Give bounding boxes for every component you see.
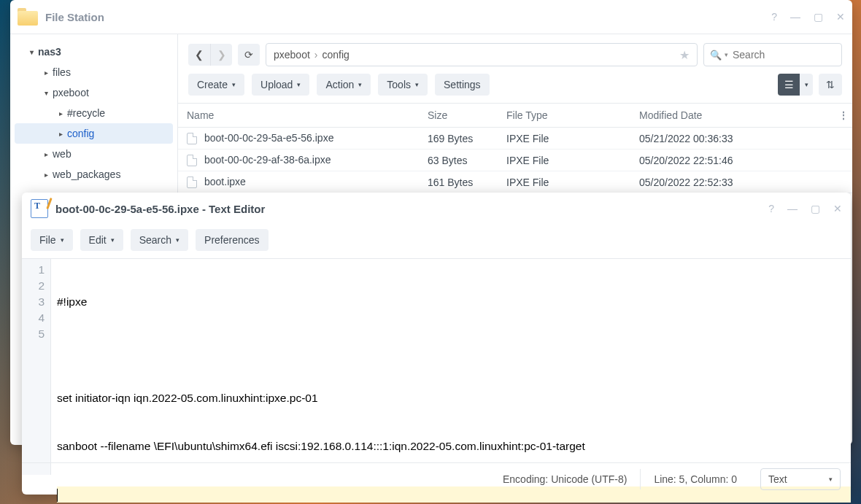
file-icon [187, 177, 197, 188]
status-bar: Encoding: Unicode (UTF-8) Line: 5, Colum… [22, 462, 851, 495]
col-modified[interactable]: Modified Date [630, 109, 835, 121]
chevron-down-icon: ▾ [111, 236, 115, 244]
file-menu[interactable]: File▾ [31, 229, 73, 251]
editor-area[interactable]: 12345 #!ipxe set initiator-iqn iqn.2022-… [22, 259, 851, 475]
close-icon[interactable]: ✕ [833, 203, 842, 214]
settings-button[interactable]: Settings [435, 74, 490, 96]
search-box[interactable]: 🔍▾ [703, 43, 842, 66]
code-line: #!ipxe [57, 294, 851, 310]
col-type[interactable]: File Type [498, 109, 630, 121]
help-icon[interactable]: ? [771, 11, 777, 23]
maximize-icon[interactable]: ▢ [814, 11, 823, 23]
upload-button[interactable]: Upload▾ [252, 74, 309, 96]
preferences-menu[interactable]: Preferences [196, 229, 268, 251]
chevron-down-icon: ▾ [42, 89, 50, 97]
button-label: Action [325, 79, 354, 90]
cell-size: 63 Bytes [419, 155, 498, 166]
sidebar-item-files[interactable]: ▸ files [10, 62, 177, 82]
breadcrumb[interactable]: pxeboot › config ★ [266, 43, 698, 66]
breadcrumb-segment[interactable]: config [323, 49, 350, 61]
cell-name: boot-00-0c-29-5a-e5-56.ipxe [204, 132, 333, 144]
file-station-titlebar[interactable]: File Station ? — ▢ ✕ [10, 0, 852, 34]
table-row[interactable]: boot.ipxe 161 Bytes IPXE File 05/20/2022… [178, 171, 852, 193]
cell-size: 169 Bytes [419, 133, 498, 144]
text-editor-titlebar[interactable]: T boot-00-0c-29-5a-e5-56.ipxe - Text Edi… [22, 193, 851, 225]
sort-icon: ⇅ [826, 79, 835, 90]
chevron-right-icon: ▸ [42, 171, 50, 179]
search-menu[interactable]: Search▾ [131, 229, 188, 251]
chevron-down-icon: ▾ [725, 51, 728, 58]
table-row[interactable]: boot-00-0c-29-5a-e5-56.ipxe 169 Bytes IP… [178, 128, 852, 150]
nav-back-button[interactable]: ❮ [188, 44, 210, 66]
refresh-button[interactable]: ⟳ [238, 44, 260, 66]
sidebar-item-web-packages[interactable]: ▸ web_packages [10, 164, 177, 185]
file-icon [187, 133, 197, 144]
chevron-down-icon: ▾ [232, 81, 236, 88]
cell-name: boot.ipxe [204, 176, 246, 187]
cell-name: boot-00-0c-29-af-38-6a.ipxe [204, 154, 331, 166]
cell-modified: 05/20/2022 22:52:33 [630, 177, 835, 188]
sort-button[interactable]: ⇅ [819, 74, 842, 96]
sidebar-root-label: nas3 [38, 46, 61, 58]
edit-menu[interactable]: Edit▾ [80, 229, 123, 251]
menu-label: Search [139, 234, 171, 246]
sidebar-item-pxeboot[interactable]: ▾ pxeboot [10, 82, 177, 103]
text-editor-icon: T [31, 199, 48, 218]
sidebar-item-label: web [53, 148, 72, 160]
breadcrumb-segment[interactable]: pxeboot [274, 49, 310, 61]
table-header: Name Size File Type Modified Date ⋮ [178, 103, 852, 128]
col-name[interactable]: Name [178, 109, 419, 121]
view-mode-button[interactable]: ☰▾ [778, 74, 813, 96]
chevron-right-icon: ▸ [42, 69, 50, 77]
list-icon: ☰ [778, 74, 800, 96]
file-table: Name Size File Type Modified Date ⋮ boot… [178, 103, 852, 193]
button-label: Create [197, 79, 228, 90]
minimize-icon[interactable]: — [790, 11, 800, 23]
language-label: Text [768, 473, 787, 485]
nav-forward-button[interactable]: ❯ [210, 44, 232, 66]
create-button[interactable]: Create▾ [188, 74, 244, 96]
sidebar-item-label: files [53, 66, 71, 78]
cell-modified: 05/21/2022 00:36:33 [630, 133, 835, 144]
code-content[interactable]: #!ipxe set initiator-iqn iqn.2022-05.com… [51, 259, 851, 475]
sidebar-item-label: #recycle [67, 107, 105, 119]
app-title: File Station [45, 11, 104, 23]
status-encoding: Encoding: Unicode (UTF-8) [490, 469, 640, 489]
code-line [57, 342, 851, 358]
menu-label: Preferences [204, 234, 259, 246]
col-size[interactable]: Size [419, 109, 498, 121]
tools-button[interactable]: Tools▾ [378, 74, 428, 96]
status-cursor: Line: 5, Column: 0 [640, 469, 750, 489]
help-icon[interactable]: ? [768, 203, 774, 214]
chevron-down-icon: ▾ [297, 81, 301, 88]
sidebar-root[interactable]: ▾ nas3 [10, 42, 177, 62]
chevron-down-icon: ▾ [176, 236, 179, 244]
cell-size: 161 Bytes [419, 177, 498, 188]
cell-modified: 05/20/2022 22:51:46 [630, 155, 835, 166]
table-row[interactable]: boot-00-0c-29-af-38-6a.ipxe 63 Bytes IPX… [178, 150, 852, 171]
sidebar-item-label: config [67, 128, 94, 139]
language-select[interactable]: Text ▾ [760, 468, 841, 490]
button-label: Settings [444, 79, 481, 90]
sidebar-item-recycle[interactable]: ▸ #recycle [10, 103, 177, 123]
search-input[interactable] [733, 49, 860, 61]
close-icon[interactable]: ✕ [836, 11, 845, 23]
editor-title: boot-00-0c-29-5a-e5-56.ipxe - Text Edito… [55, 203, 265, 215]
folder-icon [18, 8, 38, 26]
menu-label: File [39, 234, 56, 246]
menu-label: Edit [89, 234, 107, 246]
chevron-down-icon: ▾ [61, 236, 64, 244]
cell-type: IPXE File [498, 177, 630, 188]
minimize-icon[interactable]: — [787, 203, 798, 214]
column-menu-icon[interactable]: ⋮ [835, 109, 852, 121]
chevron-down-icon: ▾ [28, 48, 35, 56]
text-editor-window: T boot-00-0c-29-5a-e5-56.ipxe - Text Edi… [22, 193, 851, 495]
maximize-icon[interactable]: ▢ [811, 203, 820, 214]
search-icon: 🔍 [710, 50, 722, 61]
sidebar-item-web[interactable]: ▸ web [10, 144, 177, 164]
action-button[interactable]: Action▾ [317, 74, 371, 96]
sidebar-item-config[interactable]: ▸ config [15, 123, 173, 144]
sidebar-item-label: pxeboot [53, 87, 89, 98]
chevron-right-icon: ▸ [42, 150, 50, 158]
star-icon[interactable]: ★ [679, 48, 690, 62]
